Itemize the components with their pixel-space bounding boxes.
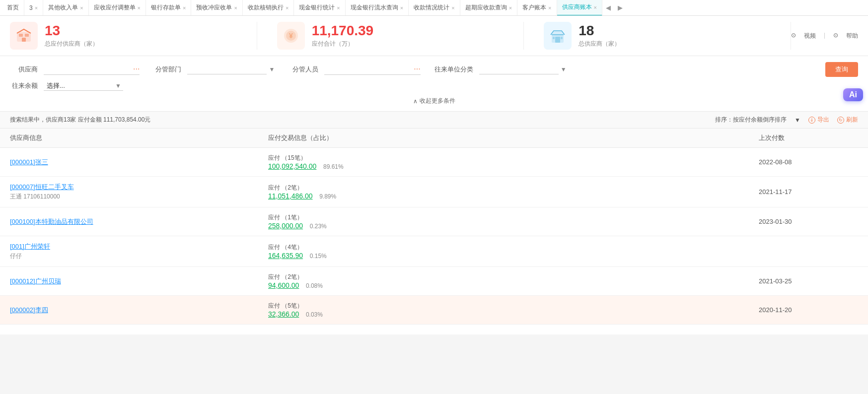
supplier-picker-icon[interactable]: ···: [133, 65, 140, 73]
last-pay-date: 2021-03-25: [759, 277, 858, 285]
top-navigation: 首页 3 × 其他收入单 × 应收应付调整单 × 银行存款单 × 预收冲应收单 …: [0, 0, 868, 16]
payable-amount-link[interactable]: 94,600.00: [268, 281, 299, 289]
refresh-icon: ↻: [837, 117, 844, 124]
close-icon[interactable]: ×: [183, 5, 186, 11]
video-icon: ⊙: [791, 32, 796, 39]
nav-tab-cash-flow[interactable]: 现金银行流水查询 ×: [346, 0, 409, 16]
supplier-filter-label: 供应商: [10, 65, 38, 74]
supplier-link[interactable]: [001]广州荣轩: [10, 243, 50, 250]
dept-select[interactable]: [187, 65, 267, 74]
total-suppliers-label: 总供应商（家）: [579, 40, 620, 48]
svg-rect-3: [22, 38, 26, 42]
refresh-button[interactable]: ↻ 刷新: [837, 116, 858, 124]
filter-row-2: 往来余额 选择... ▼: [10, 81, 858, 91]
export-button[interactable]: ⇓ 导出: [808, 116, 829, 124]
nav-tab-3[interactable]: 3 ×: [24, 0, 43, 16]
supplier-link[interactable]: [000001]张三: [10, 158, 48, 166]
nav-tab-prepay[interactable]: 预收冲应收单 ×: [191, 0, 242, 16]
supplier-link[interactable]: [000100]本特勤油品有限公司: [10, 218, 93, 225]
supplier-input[interactable]: [44, 64, 133, 73]
result-count: 搜索结果中，供应商13家 应付金额 111,703,854.00元: [10, 116, 715, 124]
payable-amount-link[interactable]: 258,000.00: [268, 222, 303, 230]
supplier-link[interactable]: [000012]广州贝瑞: [10, 277, 61, 285]
payable-info-cell: 应付 （4笔） 164,635.90 0.15%: [268, 243, 759, 260]
nav-tab-collection[interactable]: 收款核销执行 ×: [243, 0, 294, 16]
balance-select[interactable]: 选择...: [44, 81, 123, 91]
dept-filter-label: 分管部门: [153, 65, 181, 74]
payable-amount-link[interactable]: 32,366.00: [268, 310, 299, 318]
result-bar: 搜索结果中，供应商13家 应付金额 111,703,854.00元 排序：按应付…: [0, 112, 868, 129]
summary-block-payable-suppliers: 13 总应付供应商（家）: [10, 22, 257, 50]
table-row: [000012]广州贝瑞 应付 （2笔） 94,600.00 0.08% 202…: [0, 267, 868, 296]
nav-tab-supplier-book[interactable]: 供应商账本 ×: [557, 0, 602, 16]
close-icon[interactable]: ×: [35, 5, 38, 11]
payable-info-cell: 应付 （1笔） 258,000.00 0.23%: [268, 213, 759, 230]
close-icon[interactable]: ×: [548, 5, 551, 11]
supplier-link[interactable]: [000002]李四: [10, 306, 48, 314]
nav-tab-customer-book[interactable]: 客户账本 ×: [517, 0, 557, 16]
person-picker-icon[interactable]: ···: [414, 65, 420, 73]
svg-text:¥: ¥: [289, 32, 293, 40]
category-filter-label: 往来单位分类: [434, 65, 473, 74]
payable-info-cell: 应付 （5笔） 32,366.00 0.03%: [268, 302, 759, 318]
close-icon[interactable]: ×: [509, 5, 512, 11]
summary-bar: 13 总应付供应商（家） ¥ 11,170.39 应付合计（万）: [0, 16, 868, 56]
nav-tab-ap-adjust[interactable]: 应收应付调整单 ×: [89, 0, 146, 16]
ai-badge[interactable]: Ai: [843, 88, 863, 101]
nav-next-arrow[interactable]: ▶: [614, 0, 626, 16]
table-row: [001]广州荣轩 仔仔 应付 （4笔） 164,635.90 0.15%: [0, 236, 868, 267]
summary-actions: ⊙ 视频 | ⊙ 帮助: [791, 32, 858, 40]
total-suppliers-text: 18 总供应商（家）: [579, 23, 620, 48]
result-actions: 排序：按应付余额倒序排序 ▼ ⇓ 导出 ↻ 刷新: [715, 116, 858, 124]
chevron-down-icon: ▼: [561, 66, 567, 73]
payable-amount-link[interactable]: 11,051,486.00: [268, 192, 313, 200]
table-row: [000007]恒旺二手叉车 王通 17106110000 应付 （2笔） 11…: [0, 177, 868, 207]
last-pay-date: 2023-01-30: [759, 218, 858, 225]
person-filter-label: 分管人员: [290, 65, 318, 74]
close-icon[interactable]: ×: [337, 5, 340, 11]
query-button[interactable]: 查询: [825, 62, 858, 77]
person-input[interactable]: [324, 64, 414, 73]
total-payable-label: 应付合计（万）: [312, 40, 374, 48]
nav-tab-cash-bank[interactable]: 现金银行统计 ×: [294, 0, 345, 16]
close-icon[interactable]: ×: [234, 5, 237, 11]
svg-rect-1: [19, 34, 23, 37]
table-row: [000100]本特勤油品有限公司 应付 （1笔） 258,000.00 0.2…: [0, 207, 868, 236]
close-icon[interactable]: ×: [400, 5, 403, 11]
close-icon[interactable]: ×: [138, 5, 141, 11]
nav-tab-other-income[interactable]: 其他收入单 ×: [43, 0, 88, 16]
sort-label: 排序：按应付余额倒序排序: [715, 116, 787, 124]
sort-chevron-icon[interactable]: ▼: [795, 117, 800, 124]
close-icon[interactable]: ×: [451, 5, 454, 11]
payable-info-cell: 应付 （2笔） 11,051,486.00 9.89%: [268, 184, 759, 200]
close-icon[interactable]: ×: [80, 5, 83, 11]
svg-rect-8: [555, 37, 560, 43]
category-select[interactable]: [479, 65, 559, 74]
svg-rect-2: [25, 34, 29, 37]
payable-info-cell: 应付 （15笔） 100,092,540.00 89.61%: [268, 154, 759, 170]
col-header-supplier: 供应商信息: [10, 133, 268, 142]
supplier-contact: 王通 17106110000: [10, 193, 268, 201]
nav-prev-arrow[interactable]: ◀: [602, 0, 614, 16]
supplier-info-cell: [000002]李四: [10, 306, 268, 315]
total-payable-text: 11,170.39 应付合计（万）: [312, 23, 374, 48]
chevron-down-icon: ▼: [269, 66, 275, 73]
nav-tab-collection-stat[interactable]: 收款情况统计 ×: [409, 0, 460, 16]
supplier-link[interactable]: [000007]恒旺二手叉车: [10, 183, 74, 191]
nav-tab-overdue[interactable]: 超期应收款查询 ×: [460, 0, 517, 16]
payable-amount-link[interactable]: 100,092,540.00: [268, 162, 316, 170]
payable-amount-link[interactable]: 164,635.90: [268, 252, 303, 260]
collapse-label: 收起更多条件: [420, 97, 455, 105]
collapse-bar[interactable]: ∧ 收起更多条件: [10, 95, 858, 107]
close-icon[interactable]: ×: [594, 4, 597, 10]
supplier-info-cell: [000007]恒旺二手叉车 王通 17106110000: [10, 183, 268, 201]
help-link[interactable]: 帮助: [846, 32, 858, 40]
col-header-last-pay: 上次付数: [759, 133, 858, 142]
table-row: [000001]张三 应付 （15笔） 100,092,540.00 89.61…: [0, 148, 868, 177]
supplier-icon: [10, 22, 38, 50]
table-header: 供应商信息 应付交易信息（占比） 上次付数: [0, 129, 868, 148]
nav-tab-bank-deposit[interactable]: 银行存款单 ×: [146, 0, 191, 16]
video-link[interactable]: 视频: [804, 32, 816, 40]
nav-tab-home[interactable]: 首页: [2, 0, 24, 16]
close-icon[interactable]: ×: [286, 5, 289, 11]
